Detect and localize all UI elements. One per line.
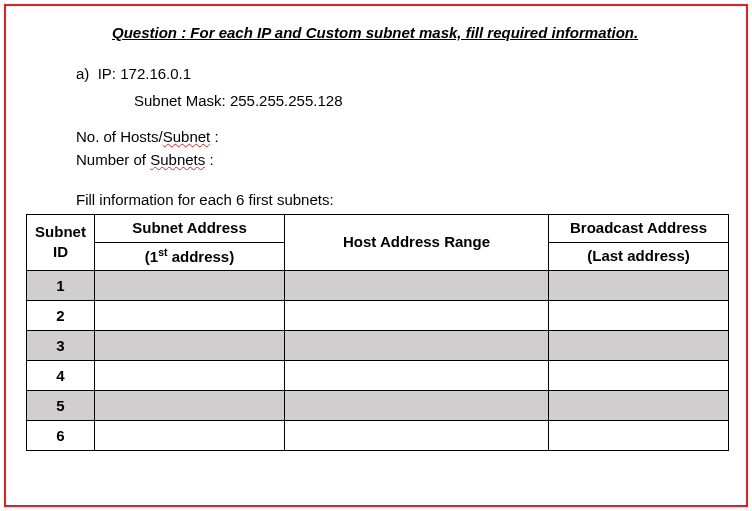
cell-subnet-id: 5 (27, 390, 95, 420)
cell-subnet-addr[interactable] (95, 300, 285, 330)
cell-subnet-id: 4 (27, 360, 95, 390)
cell-subnet-addr[interactable] (95, 270, 285, 300)
table-row: 3 (27, 330, 729, 360)
cell-subnet-addr[interactable] (95, 330, 285, 360)
cell-subnet-addr[interactable] (95, 390, 285, 420)
hosts-prefix: No. of Hosts/ (76, 128, 163, 145)
cell-subnet-addr[interactable] (95, 420, 285, 450)
ip-label: IP: (98, 65, 116, 82)
th-subnet-id: Subnet ID (27, 214, 95, 270)
mask-value: 255.255.255.128 (230, 92, 343, 109)
ip-value: 172.16.0.1 (120, 65, 191, 82)
table-row: 4 (27, 360, 729, 390)
table-row: 1 (27, 270, 729, 300)
table-row: 6 (27, 420, 729, 450)
cell-host-range[interactable] (285, 300, 549, 330)
cell-host-range[interactable] (285, 390, 549, 420)
th-broadcast-bot: (Last address) (549, 242, 729, 270)
cell-broadcast[interactable] (549, 300, 729, 330)
cell-broadcast[interactable] (549, 360, 729, 390)
th-subnet-addr-bot: (1st address) (95, 242, 285, 270)
hosts-suffix: : (210, 128, 218, 145)
mask-label: Subnet Mask: (134, 92, 226, 109)
cell-broadcast[interactable] (549, 270, 729, 300)
th-host-range: Host Address Range (285, 214, 549, 270)
cell-subnet-id: 3 (27, 330, 95, 360)
table-row: 2 (27, 300, 729, 330)
addr-bot-pre: (1 (145, 248, 158, 265)
cell-subnet-id: 2 (27, 300, 95, 330)
question-text: For each IP and Custom subnet mask, fill… (186, 24, 638, 41)
document-frame: Question : For each IP and Custom subnet… (4, 4, 748, 507)
cell-subnet-id: 1 (27, 270, 95, 300)
cell-subnet-id: 6 (27, 420, 95, 450)
cell-subnet-addr[interactable] (95, 360, 285, 390)
subnet-table: Subnet ID Subnet Address Host Address Ra… (26, 214, 729, 451)
addr-bot-post: address) (167, 248, 234, 265)
table-body: 123456 (27, 270, 729, 450)
th-broadcast-top: Broadcast Address (549, 214, 729, 242)
subnets-suffix: : (205, 151, 213, 168)
question-heading: Question : For each IP and Custom subnet… (112, 24, 726, 41)
cell-host-range[interactable] (285, 420, 549, 450)
cell-broadcast[interactable] (549, 390, 729, 420)
part-letter: a) (76, 65, 89, 82)
cell-host-range[interactable] (285, 270, 549, 300)
table-row: 5 (27, 390, 729, 420)
cell-broadcast[interactable] (549, 330, 729, 360)
th-subnet-addr-top: Subnet Address (95, 214, 285, 242)
part-a-block: a) IP: 172.16.0.1 Subnet Mask: 255.255.2… (76, 63, 726, 212)
cell-host-range[interactable] (285, 330, 549, 360)
hosts-wavy: Subnet (163, 128, 211, 145)
cell-broadcast[interactable] (549, 420, 729, 450)
fill-instruction: Fill information for each 6 first subnet… (76, 189, 726, 212)
subnets-prefix: Number of (76, 151, 150, 168)
cell-host-range[interactable] (285, 360, 549, 390)
question-label: Question : (112, 24, 186, 41)
subnets-wavy: Subnets (150, 151, 205, 168)
